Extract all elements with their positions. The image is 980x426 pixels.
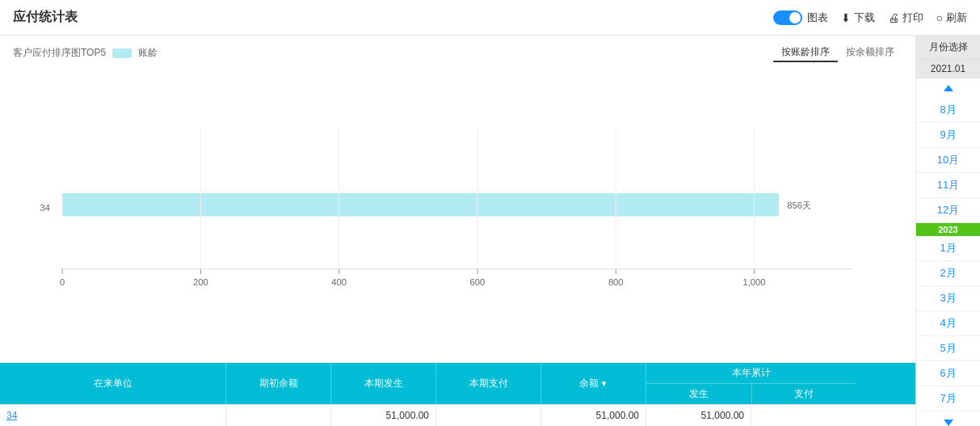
chart-legend: 客户应付排序图TOP5 账龄 <box>13 46 158 60</box>
th-qichi: 期初余额 <box>226 363 331 404</box>
year-badge: 2023 <box>916 223 980 236</box>
header-actions: 图表 ⬇ 下载 🖨 打印 ○ 刷新 <box>773 11 967 25</box>
svg-text:200: 200 <box>193 277 208 287</box>
sidebar-month-2[interactable]: 2月 <box>916 261 980 286</box>
download-icon: ⬇ <box>841 11 851 24</box>
sidebar-title: 月份选择 <box>916 36 980 60</box>
sidebar-month-6[interactable]: 6月 <box>916 361 980 386</box>
sidebar-month-3[interactable]: 3月 <box>916 286 980 311</box>
sidebar-month-10[interactable]: 10月 <box>916 148 980 173</box>
svg-text:600: 600 <box>470 277 486 287</box>
page-title: 应付统计表 <box>13 9 78 26</box>
chart-header: 客户应付排序图TOP5 账龄 按账龄排序 按余额排序 <box>13 44 902 62</box>
chart-sort-options: 按账龄排序 按余额排序 <box>773 44 902 62</box>
data-table: 在来单位 期初余额 本期发生 本期支付 余额 ▼ 本年累计 发生 支付 <box>0 362 915 426</box>
print-icon: 🖨 <box>888 11 899 24</box>
chart-toggle-wrap: 图表 <box>773 11 828 25</box>
td-benqi-fash: 51,000.00 <box>331 405 436 426</box>
sidebar-month-1[interactable]: 1月 <box>916 236 980 261</box>
svg-text:400: 400 <box>331 277 347 287</box>
svg-text:856天: 856天 <box>787 200 811 210</box>
td-benqi-zhi <box>436 405 541 426</box>
th-zaili: 在来单位 <box>0 363 226 404</box>
month-sidebar: 月份选择 2021.01 8月 9月 10月 11月 12月 2023 1月 2… <box>915 36 980 426</box>
svg-text:800: 800 <box>608 277 624 287</box>
svg-rect-1 <box>62 193 779 217</box>
print-button[interactable]: 🖨 打印 <box>888 11 923 25</box>
zaili-link[interactable]: 34 <box>6 410 17 421</box>
refresh-button[interactable]: ○ 刷新 <box>936 11 967 25</box>
sidebar-month-12[interactable]: 12月 <box>916 198 980 223</box>
sidebar-scroll-down[interactable] <box>916 411 980 426</box>
legend-color-label: 账龄 <box>138 46 158 60</box>
td-zhifu <box>751 405 856 426</box>
sidebar-month-5[interactable]: 5月 <box>916 336 980 361</box>
table-header: 在来单位 期初余额 本期发生 本期支付 余额 ▼ 本年累计 发生 支付 <box>0 363 915 404</box>
yue-filter-icon[interactable]: ▼ <box>600 379 608 388</box>
chevron-up-icon <box>942 82 955 95</box>
th-zhifu: 支付 <box>752 384 857 404</box>
th-bennia: 本年累计 发生 支付 <box>646 363 856 404</box>
sidebar-scroll-up[interactable] <box>916 78 980 98</box>
chart-visualization: 34 856天 0 <box>13 69 902 354</box>
sort-by-balance-btn[interactable]: 按账龄排序 <box>773 44 838 62</box>
th-bennia-sub: 发生 支付 <box>646 384 856 404</box>
table-row: 34 51,000.00 51,000.00 51,00 <box>0 404 915 426</box>
sidebar-year-selected[interactable]: 2021.01 <box>916 60 980 78</box>
sidebar-month-4[interactable]: 4月 <box>916 311 980 336</box>
legend-color-box <box>112 49 132 58</box>
th-benqi-fash: 本期发生 <box>331 363 436 404</box>
sidebar-month-8[interactable]: 8月 <box>916 98 980 123</box>
legend-text: 客户应付排序图TOP5 <box>13 46 106 60</box>
th-fash: 发生 <box>646 384 752 404</box>
download-button[interactable]: ⬇ 下载 <box>841 11 875 25</box>
sidebar-month-9[interactable]: 9月 <box>916 123 980 148</box>
sidebar-month-11[interactable]: 11月 <box>916 173 980 198</box>
td-zaili: 34 <box>0 405 226 426</box>
td-yue: 51,000.00 <box>541 405 646 426</box>
svg-text:0: 0 <box>60 277 65 287</box>
refresh-icon: ○ <box>936 11 943 24</box>
chart-section: 客户应付排序图TOP5 账龄 按账龄排序 按余额排序 34 <box>0 36 915 362</box>
toggle-label: 图表 <box>807 11 828 25</box>
chart-table-area: 客户应付排序图TOP5 账龄 按账龄排序 按余额排序 34 <box>0 36 915 426</box>
sidebar-month-7[interactable]: 7月 <box>916 386 980 411</box>
sort-by-amount-btn[interactable]: 按余额排序 <box>838 44 902 62</box>
svg-text:1,000: 1,000 <box>742 277 765 287</box>
th-yue: 余额 ▼ <box>541 363 646 404</box>
th-benqi-zhi: 本期支付 <box>436 363 541 404</box>
chevron-down-icon <box>942 416 955 426</box>
svg-text:34: 34 <box>40 204 49 213</box>
td-fash: 51,000.00 <box>646 405 751 426</box>
main-content: 客户应付排序图TOP5 账龄 按账龄排序 按余额排序 34 <box>0 36 980 426</box>
app-header: 应付统计表 图表 ⬇ 下载 🖨 打印 ○ 刷新 <box>0 0 980 36</box>
td-qichi <box>226 405 331 426</box>
chart-toggle[interactable] <box>773 11 802 25</box>
